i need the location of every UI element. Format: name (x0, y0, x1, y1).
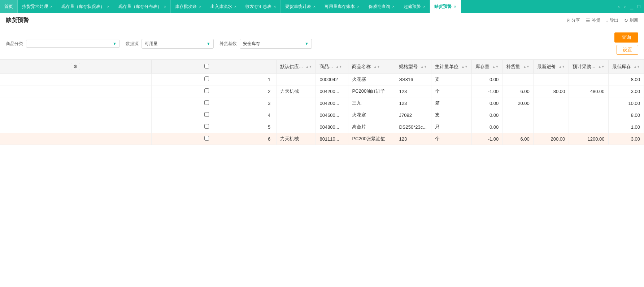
tab-available-ledger-close[interactable]: × (357, 4, 359, 9)
settings-button[interactable]: 设置 (617, 45, 638, 55)
category-select[interactable]: ▼ (26, 40, 120, 48)
row-name: PC200张紧油缸 (348, 133, 395, 145)
col-spec-header[interactable]: 规格型号 ▲▼ (395, 60, 431, 74)
col-price-header[interactable]: 最新进价 ▲▼ (533, 60, 569, 74)
row-latest-price: 200.00 (533, 133, 569, 145)
share-button[interactable]: ⎘ 分享 (567, 17, 580, 23)
row-min-stock: 8.00 (608, 74, 644, 85)
row-name: PC200油缸缸子 (348, 85, 395, 97)
col-checkbox-header[interactable] (151, 60, 262, 74)
col-code-header[interactable]: 商品... ▲▼ (316, 60, 348, 74)
row-checkbox-cell[interactable] (151, 74, 262, 85)
tab-receive-summary[interactable]: 收发存汇总表 × (241, 0, 280, 13)
tab-shortage-warning-close[interactable]: × (454, 4, 456, 9)
row-gear-cell (0, 85, 151, 97)
tab-inventory-status[interactable]: 现存量（库存状况表） × (57, 0, 114, 13)
tab-inventory-status-close[interactable]: × (107, 4, 109, 9)
category-label: 商品分类 (6, 41, 23, 47)
tab-overstock-warning-close[interactable]: × (423, 4, 425, 9)
data-table: ⚙ 默认供应... ▲▼ 商品... ▲▼ 商品名称 (0, 59, 644, 145)
datasource-value: 可用量 (145, 41, 158, 47)
row-est-purchase: 1200.00 (569, 133, 608, 145)
col-stock-header[interactable]: 库存量 ▲▼ (471, 60, 502, 74)
row-checkbox-cell[interactable] (151, 109, 262, 121)
tab-scroll-left[interactable]: ‹ (616, 2, 622, 11)
row-checkbox[interactable] (204, 100, 209, 105)
export-button[interactable]: ↓ 导出 (606, 17, 619, 23)
export-icon: ↓ (606, 18, 609, 23)
tab-inventory-dist-close[interactable]: × (164, 4, 166, 9)
replenish-icon: ☰ (586, 18, 590, 23)
tab-inout-flow-close[interactable]: × (234, 4, 236, 9)
col-purchase-header[interactable]: 预计采购... ▲▼ (569, 60, 608, 74)
row-supplier (277, 109, 316, 121)
select-all-checkbox[interactable] (204, 64, 209, 69)
supplier-sort-icon: ▲▼ (306, 65, 312, 69)
row-checkbox[interactable] (204, 124, 209, 129)
row-code: 004600... (316, 109, 348, 121)
col-min-stock-header[interactable]: 最低库存 ▲▼ (608, 60, 644, 74)
purchase-sort-icon: ▲▼ (598, 65, 605, 69)
col-replenish-header[interactable]: 补货量 ▲▼ (502, 60, 533, 74)
spec-sort-icon: ▲▼ (421, 65, 427, 69)
tab-requisition-stat-close[interactable]: × (313, 4, 316, 9)
tab-exception[interactable]: 拣货异常处理 × (18, 0, 57, 13)
row-spec: DS250*23c... (395, 121, 431, 133)
row-min-stock: 3.00 (608, 133, 644, 145)
replenish-base-select[interactable]: 安全库存 ▼ (240, 39, 312, 49)
col-name-header[interactable]: 商品名称 ▲▼ (348, 60, 395, 74)
row-checkbox[interactable] (204, 88, 209, 93)
row-checkbox-cell[interactable] (151, 121, 262, 133)
row-checkbox-cell[interactable] (151, 133, 262, 145)
row-checkbox-cell[interactable] (151, 85, 262, 97)
tab-requisition-stat[interactable]: 要货单统计表 × (281, 0, 320, 13)
tab-inventory-dist[interactable]: 现存量（库存分布表） × (114, 0, 171, 13)
row-latest-price (533, 121, 569, 133)
replenish-base-label: 补货基数 (219, 41, 237, 47)
stock-sort-icon: ▲▼ (492, 65, 499, 69)
tab-shortage-warning[interactable]: 缺货预警 × (430, 0, 461, 13)
row-checkbox[interactable] (204, 136, 209, 141)
tab-batch-account-close[interactable]: × (199, 4, 201, 9)
tab-available-ledger[interactable]: 可用量库存账本 × (320, 0, 364, 13)
replenish-base-chevron-icon: ▼ (305, 41, 309, 46)
row-replenish-qty (502, 109, 533, 121)
row-gear-cell (0, 74, 151, 85)
row-name: 离合片 (348, 121, 395, 133)
row-latest-price: 80.00 (533, 85, 569, 97)
row-supplier: 力天机械 (277, 85, 316, 97)
tab-expiry-query-close[interactable]: × (392, 4, 395, 9)
gear-settings-button[interactable]: ⚙ (71, 63, 80, 70)
tab-scroll-right[interactable]: › (622, 2, 628, 11)
row-latest-price (533, 97, 569, 109)
min-stock-sort-icon: ▲▼ (634, 65, 640, 69)
tab-overstock-warning[interactable]: 超储预警 × (399, 0, 430, 13)
tab-minimize[interactable]: ⎯ (628, 2, 635, 11)
row-code: 004200... (316, 97, 348, 109)
code-sort-icon: ▲▼ (336, 65, 342, 69)
row-checkbox-cell[interactable] (151, 97, 262, 109)
tab-exception-close[interactable]: × (50, 4, 52, 9)
tab-maximize[interactable]: □ (635, 2, 643, 11)
row-latest-price (533, 109, 569, 121)
refresh-button[interactable]: ↻ 刷新 (624, 17, 638, 23)
row-spec: 123 (395, 97, 431, 109)
tab-batch-account[interactable]: 库存批次账 × (171, 0, 206, 13)
col-gear[interactable]: ⚙ (0, 60, 151, 74)
tab-inout-flow[interactable]: 出入库流水 × (206, 0, 241, 13)
row-checkbox[interactable] (204, 112, 209, 117)
table-row: 6力天机械801110...PC200张紧油缸123个-1.006.00200.… (0, 133, 644, 145)
replenish-button[interactable]: ☰ 补货 (586, 17, 600, 23)
row-spec: SS816 (395, 74, 431, 85)
col-unit-header[interactable]: 主计量单位 ▲▼ (431, 60, 471, 74)
col-supplier-header[interactable]: 默认供应... ▲▼ (277, 60, 316, 74)
datasource-select[interactable]: 可用量 ▼ (142, 39, 214, 49)
query-button[interactable]: 查询 (614, 32, 638, 43)
tab-expiry-query[interactable]: 保质期查询 × (364, 0, 399, 13)
tab-receive-summary-close[interactable]: × (274, 4, 276, 9)
row-checkbox[interactable] (204, 76, 209, 81)
tab-home[interactable]: 首页 (0, 0, 18, 13)
table-row: 2力天机械004200...PC200油缸缸子123个-1.006.0080.0… (0, 85, 644, 97)
row-est-purchase (569, 74, 608, 85)
row-spec: 123 (395, 133, 431, 145)
